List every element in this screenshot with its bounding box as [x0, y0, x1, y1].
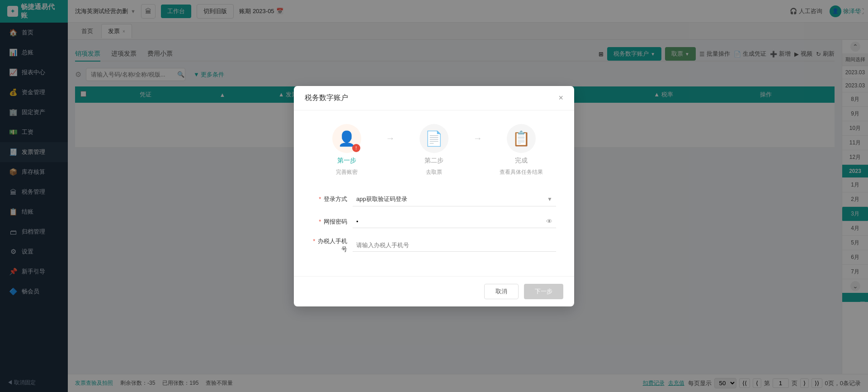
step-3: 📋 完成 查看具体任务结果 — [487, 124, 556, 176]
step-1: 👤 ! 第一步 完善账密 — [312, 124, 381, 176]
modal-close-btn[interactable]: × — [558, 94, 563, 102]
modal-body: 👤 ! 第一步 完善账密 → 📄 第二步 去取票 → — [294, 110, 574, 276]
step-arrow-2: → — [469, 124, 487, 143]
password-field: 👁 — [353, 215, 556, 228]
step-1-desc: 完善账密 — [336, 168, 358, 176]
login-method-select[interactable]: app获取验证码登录 ▼ — [353, 192, 556, 206]
tax-digital-account-modal: 税务数字账户 × 👤 ! 第一步 完善账密 → — [294, 86, 574, 306]
phone-label: * 办税人手机号 — [312, 237, 353, 253]
step-1-title: 第一步 — [337, 157, 356, 165]
form-row-login-method: * 登录方式 app获取验证码登录 ▼ — [312, 192, 556, 206]
password-label-text: 网报密码 — [324, 218, 347, 225]
next-button[interactable]: 下一步 — [524, 284, 563, 299]
login-method-value: app获取验证码登录 — [356, 195, 547, 203]
step-3-icon-wrap: 📋 — [507, 124, 536, 153]
phone-input[interactable] — [353, 239, 556, 252]
step-3-title: 完成 — [515, 157, 528, 165]
step-2-document-icon: 📄 — [425, 130, 443, 147]
login-method-label-text: 登录方式 — [324, 196, 347, 202]
login-method-label: * 登录方式 — [312, 195, 353, 203]
step-2-title: 第二步 — [425, 157, 443, 165]
step-arrow-1: → — [381, 124, 399, 143]
form-row-phone: * 办税人手机号 — [312, 237, 556, 253]
step-1-person-icon: 👤 — [338, 130, 356, 147]
password-toggle-icon[interactable]: 👁 — [542, 218, 556, 225]
step-2-icon-wrap: 📄 — [420, 124, 448, 153]
step-2-desc: 去取票 — [426, 168, 442, 176]
modal-header: 税务数字账户 × — [294, 86, 574, 110]
form-row-password: * 网报密码 👁 — [312, 215, 556, 228]
step-2: 📄 第二步 去取票 — [399, 124, 468, 176]
step-3-clipboard-icon: 📋 — [512, 130, 530, 147]
step-1-icon-wrap: 👤 ! — [332, 124, 361, 153]
steps-container: 👤 ! 第一步 完善账密 → 📄 第二步 去取票 → — [312, 124, 556, 176]
required-mark-3: * — [313, 238, 315, 244]
modal-title: 税务数字账户 — [305, 93, 348, 103]
cancel-button[interactable]: 取消 — [484, 284, 519, 299]
password-label: * 网报密码 — [312, 218, 353, 226]
modal-overlay: 税务数字账户 × 👤 ! 第一步 完善账密 → — [0, 0, 868, 392]
step-1-badge: ! — [352, 144, 360, 152]
login-method-dropdown-icon: ▼ — [547, 196, 552, 202]
required-mark: * — [319, 196, 321, 202]
password-input[interactable] — [353, 215, 542, 228]
required-mark-2: * — [319, 218, 321, 225]
phone-label-text: 办税人手机号 — [318, 238, 347, 253]
step-3-desc: 查看具体任务结果 — [500, 168, 543, 176]
modal-footer: 取消 下一步 — [294, 276, 574, 306]
